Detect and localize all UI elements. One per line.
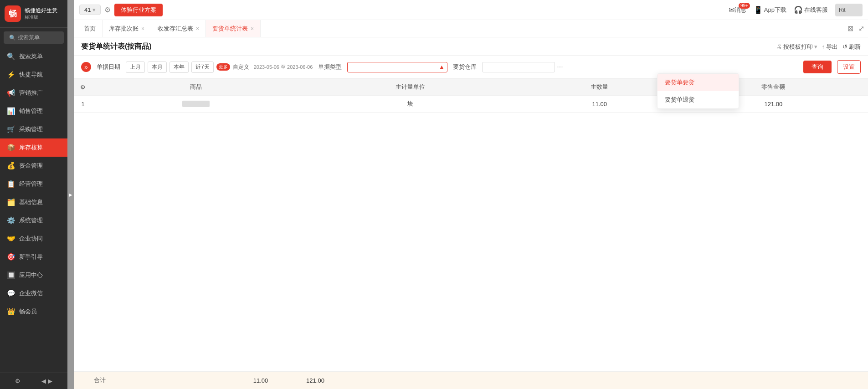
sidebar-item-operations[interactable]: 📋经营管理 bbox=[0, 175, 67, 193]
filter-type-dropdown-icon[interactable]: ▲ bbox=[438, 63, 445, 71]
filter-more-badge[interactable]: 更多 bbox=[216, 63, 230, 71]
footer-qty: 11.00 bbox=[233, 377, 288, 384]
sidebar-item-label-purchase: 采购管理 bbox=[19, 125, 61, 133]
sidebar-item-system[interactable]: ⚙️系统管理 bbox=[0, 211, 67, 230]
filter-query-btn[interactable]: 查询 bbox=[803, 61, 832, 73]
wechat-icon: 💬 bbox=[6, 289, 15, 298]
service-btn[interactable]: 🎧 在线客服 bbox=[794, 5, 828, 14]
sidebar-item-apps[interactable]: 🔲应用中心 bbox=[0, 266, 67, 284]
filter-date-up[interactable]: 上月 bbox=[126, 61, 145, 73]
row-goods bbox=[92, 96, 300, 113]
collapse-btn[interactable]: ◀ ▶ bbox=[41, 378, 52, 384]
sidebar-item-label-finance: 资金管理 bbox=[19, 162, 61, 170]
settings-btn[interactable]: ⚙ bbox=[15, 378, 21, 384]
filter-warehouse-label: 要货仓库 bbox=[453, 63, 477, 71]
dropdown-item-ret[interactable]: 要货单退货 bbox=[657, 91, 739, 108]
filter-type-wrap: ▲ 要货单要货 要货单退货 bbox=[347, 62, 447, 72]
vip-icon: 👑 bbox=[6, 307, 15, 316]
sidebar-bottom: ⚙ ◀ ▶ bbox=[0, 373, 67, 389]
tab-batch[interactable]: 库存批次账 × bbox=[103, 20, 151, 37]
message-btn[interactable]: ✉ 消息 99+ bbox=[729, 5, 746, 14]
sidebar-item-purchase[interactable]: 🛒采购管理 bbox=[0, 120, 67, 138]
logo-sub: 标准版 bbox=[25, 14, 57, 20]
sidebar-item-label-wechat: 企业微信 bbox=[19, 289, 61, 297]
sidebar-item-label-vip: 畅会员 bbox=[19, 307, 61, 316]
tabs-bar: 首页 库存批次账 × 收发存汇总表 × 要货单统计表 × ⊠ ⤢ bbox=[74, 20, 868, 37]
tab-batch-close[interactable]: × bbox=[141, 26, 144, 32]
filter-date-this[interactable]: 本月 bbox=[148, 61, 167, 73]
tab-batch-label: 库存批次账 bbox=[109, 25, 139, 33]
sidebar-item-label-basic: 基础信息 bbox=[19, 198, 61, 206]
system-icon: ⚙️ bbox=[6, 216, 15, 225]
sidebar-item-label-system: 系统管理 bbox=[19, 216, 61, 225]
tab-order-stat-close[interactable]: × bbox=[251, 26, 254, 32]
tab-home[interactable]: 首页 bbox=[77, 20, 103, 37]
row-no: 1 bbox=[74, 96, 92, 113]
sidebar-item-sales[interactable]: 📊销售管理 bbox=[0, 102, 67, 120]
export-label: 导出 bbox=[826, 43, 838, 51]
sidebar-item-label-sales: 销售管理 bbox=[19, 107, 61, 115]
table-body: 1 块 11.00 121.00 bbox=[74, 96, 868, 113]
tab-summary-close[interactable]: × bbox=[196, 26, 199, 32]
purchase-icon: 🛒 bbox=[6, 125, 15, 134]
topbar-settings-icon[interactable]: ⚙ bbox=[104, 5, 111, 14]
sidebar-item-basic[interactable]: 🗂️基础信息 bbox=[0, 193, 67, 211]
col-settings-header[interactable]: ⚙ bbox=[74, 79, 92, 96]
sidebar-item-guide[interactable]: 🎯新手引导 bbox=[0, 248, 67, 266]
filter-expand-btn[interactable]: » bbox=[81, 62, 91, 72]
row-qty: 11.00 bbox=[520, 96, 679, 113]
sidebar-item-wechat[interactable]: 💬企业微信 bbox=[0, 284, 67, 302]
filter-warehouse-wrap: ··· bbox=[482, 62, 563, 72]
filter-date-range: 2023-05-06 至 2023-06-06 bbox=[254, 64, 313, 71]
filter-type-input[interactable] bbox=[347, 62, 447, 72]
data-table: ⚙ 商品 主计量单位 主数量 零售金额 1 块 bbox=[74, 79, 868, 113]
page-title: 要货单统计表(按商品) bbox=[81, 42, 152, 51]
print-label: 按模板打印 bbox=[783, 43, 813, 51]
topbar-dropdown-icon[interactable]: ▾ bbox=[92, 6, 96, 13]
sidebar-item-search[interactable]: 🔍搜索菜单 bbox=[0, 47, 67, 66]
sidebar-item-marketing[interactable]: 📢营销推广 bbox=[0, 84, 67, 102]
sidebar-item-shortcut[interactable]: ⚡快捷导航 bbox=[0, 66, 67, 84]
user-label: Rit bbox=[839, 7, 846, 13]
refresh-btn[interactable]: ↺ 刷新 bbox=[842, 43, 861, 51]
sidebar-search[interactable]: 🔍 搜索菜单 bbox=[4, 31, 64, 44]
sidebar-item-inventory[interactable]: 📦库存核算 bbox=[0, 138, 67, 157]
filter-setting-btn[interactable]: 设置 bbox=[837, 60, 861, 74]
col-settings-icon[interactable]: ⚙ bbox=[80, 84, 86, 91]
filter-date-week[interactable]: 近7天 bbox=[191, 61, 214, 73]
sidebar: 畅 畅捷通好生意 标准版 🔍 搜索菜单 🔍搜索菜单⚡快捷导航📢营销推广📊销售管理… bbox=[0, 0, 67, 389]
row-unit: 块 bbox=[300, 96, 520, 113]
sidebar-item-label-search: 搜索菜单 bbox=[19, 52, 61, 61]
apps-icon: 🔲 bbox=[6, 271, 15, 280]
topbar-solution-btn[interactable]: 体验行业方案 bbox=[114, 4, 163, 16]
export-btn[interactable]: ↑ 导出 bbox=[822, 43, 838, 51]
tabs-fullscreen-icon[interactable]: ⤢ bbox=[858, 24, 864, 33]
basic-icon: 🗂️ bbox=[6, 198, 15, 207]
tab-order-stat-label: 要货单统计表 bbox=[212, 25, 248, 33]
sidebar-item-vip[interactable]: 👑畅会员 bbox=[0, 302, 67, 321]
tab-order-stat[interactable]: 要货单统计表 × bbox=[206, 20, 261, 37]
service-icon: 🎧 bbox=[794, 5, 803, 14]
filter-custom-btn[interactable]: 自定义 bbox=[233, 63, 249, 71]
page-header: 要货单统计表(按商品) 🖨 按模板打印 ▾ ↑ 导出 ↺ 刷新 bbox=[74, 37, 868, 56]
app-label: App下载 bbox=[764, 6, 786, 14]
tab-summary-label: 收发存汇总表 bbox=[158, 25, 193, 33]
sidebar-item-enterprise[interactable]: 🤝企业协同 bbox=[0, 230, 67, 248]
filter-warehouse-input[interactable] bbox=[482, 62, 555, 72]
tab-summary[interactable]: 收发存汇总表 × bbox=[151, 20, 206, 37]
print-btn[interactable]: 🖨 按模板打印 ▾ bbox=[776, 43, 817, 51]
filter-date-year[interactable]: 本年 bbox=[169, 61, 189, 73]
col-qty-header: 主数量 bbox=[520, 79, 679, 96]
footer-label: 合计 bbox=[80, 376, 106, 384]
print-icon: 🖨 bbox=[776, 43, 782, 50]
sidebar-logo: 畅 畅捷通好生意 标准版 bbox=[0, 0, 67, 28]
dropdown-item-req[interactable]: 要货单要货 bbox=[657, 74, 739, 91]
sidebar-collapse-handle[interactable]: ▶ bbox=[67, 0, 74, 389]
tabs-expand-icon[interactable]: ⊠ bbox=[847, 24, 853, 33]
print-dropdown-icon[interactable]: ▾ bbox=[814, 43, 817, 50]
app-download-btn[interactable]: 📱 App下载 bbox=[754, 5, 786, 14]
user-avatar[interactable]: Rit bbox=[835, 4, 863, 16]
service-label: 在线客服 bbox=[804, 6, 828, 14]
sidebar-item-finance[interactable]: 💰资金管理 bbox=[0, 157, 67, 175]
filter-more-icon[interactable]: ··· bbox=[557, 63, 563, 71]
